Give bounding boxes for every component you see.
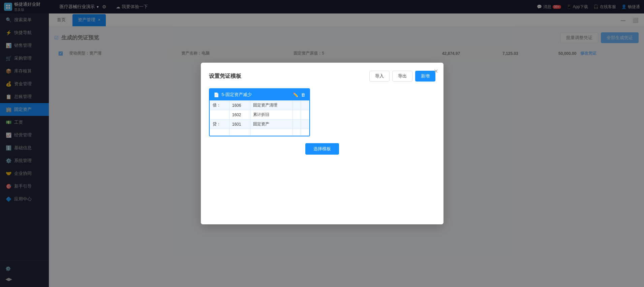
- entry-code: 1602: [229, 110, 250, 120]
- page-content: ☑ 生成的凭证预览 批量调整凭证 全部生成凭证: [49, 27, 644, 287]
- modal-title: 设置凭证模板: [209, 73, 241, 80]
- template-row: 借： 1606 固定资产清理: [210, 101, 309, 110]
- template-row: 贷： 1601 固定资产: [210, 120, 309, 129]
- template-card-header: 📄 5-固定资产减少 ✏️ 🗑: [210, 89, 309, 100]
- entry-code: 1601: [229, 120, 250, 129]
- modal-close-btn[interactable]: ✕: [434, 68, 438, 74]
- new-template-btn[interactable]: 新增: [415, 71, 435, 82]
- main-layout: 🔍 搜索菜单 ⚡ 快捷导航 📊 销售管理 🛒 采购管理 📦 库存核算 💰 资金管…: [0, 13, 644, 287]
- entry-name: 固定资产清理: [250, 101, 293, 110]
- entry-debit: [293, 110, 301, 120]
- template-card: 📄 5-固定资产减少 ✏️ 🗑: [209, 88, 310, 136]
- entry-code: 1606: [229, 101, 250, 110]
- modal-action-buttons: 导入 导出 新增: [369, 71, 435, 82]
- template-card-title-area: 📄 5-固定资产减少: [214, 92, 252, 98]
- entry-name: 累计折旧: [250, 110, 293, 120]
- entry-debit: [293, 120, 301, 129]
- modal-body: 📄 5-固定资产减少 ✏️ 🗑: [209, 88, 435, 155]
- template-empty-row: [210, 129, 309, 136]
- entry-credit: [301, 120, 309, 129]
- template-delete-icon[interactable]: 🗑: [301, 92, 305, 97]
- template-edit-icon[interactable]: ✏️: [293, 92, 298, 97]
- entry-type: 借：: [210, 101, 229, 110]
- entry-credit: [301, 110, 309, 120]
- entry-credit: [301, 101, 309, 110]
- content-area: 首页 资产管理 × — ⬜ ☑ 生成的凭证预览: [49, 13, 644, 287]
- app-container: 畅捷通好业财 普及版 医疗器械行业演示 ▼ ⚙ ☁ 我要体验一下 💬 消息 99…: [0, 0, 644, 287]
- template-row: 1602 累计折旧: [210, 110, 309, 120]
- modal-dialog: 设置凭证模板 导入 导出 新增 ✕: [201, 63, 443, 224]
- export-btn[interactable]: 导出: [392, 71, 412, 82]
- select-template-btn[interactable]: 选择模板: [305, 143, 339, 155]
- entry-name: 固定资产: [250, 120, 293, 129]
- template-doc-icon: 📄: [214, 92, 219, 97]
- import-btn[interactable]: 导入: [369, 71, 390, 82]
- entry-type: 贷：: [210, 120, 229, 129]
- modal-header: 设置凭证模板 导入 导出 新增: [209, 71, 435, 82]
- template-card-actions: ✏️ 🗑: [293, 92, 305, 97]
- modal-overlay: 设置凭证模板 导入 导出 新增 ✕: [49, 27, 644, 287]
- entry-debit: [293, 101, 301, 110]
- template-entries-table: 借： 1606 固定资产清理 1602 累计折旧 贷： 1601 固定资产: [210, 100, 309, 136]
- template-name: 5-固定资产减少: [222, 92, 252, 98]
- entry-type: [210, 110, 229, 120]
